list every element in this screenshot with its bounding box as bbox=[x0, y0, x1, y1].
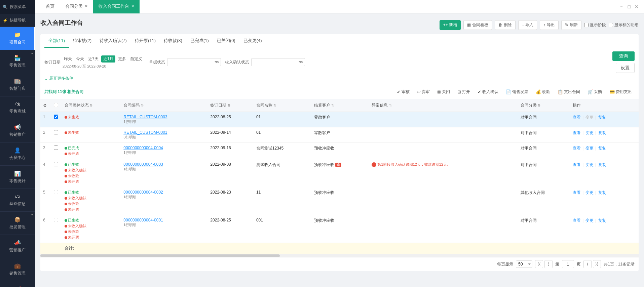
row3-checkbox[interactable] bbox=[51, 143, 62, 159]
sort-date-icon[interactable]: ⇅ bbox=[228, 104, 230, 107]
sidebar-item-smart-store[interactable]: 🏬 智慧门店 bbox=[0, 73, 35, 96]
abandon-review-button[interactable]: ↩ 弃审 bbox=[414, 88, 432, 96]
date-today[interactable]: 今天 bbox=[75, 55, 85, 63]
review-button[interactable]: ✔ 审核 bbox=[394, 88, 412, 96]
row5-change[interactable]: 变更 bbox=[585, 190, 594, 195]
minimize-btn[interactable]: － bbox=[619, 4, 624, 10]
row6-view[interactable]: 查看 bbox=[573, 218, 581, 223]
expense-contract-button[interactable]: 📋 支出合同 bbox=[555, 88, 583, 96]
date-1month[interactable]: 近1月 bbox=[101, 55, 116, 63]
sort-alert-icon[interactable]: ⇅ bbox=[389, 104, 392, 107]
show-stages-check[interactable]: 显示阶段 bbox=[584, 22, 606, 28]
horizontal-scrollbar[interactable] bbox=[40, 254, 639, 257]
maximize-btn[interactable]: □ bbox=[628, 4, 631, 9]
sidebar-item-basic-info[interactable]: 🗂 基础信息 bbox=[0, 189, 35, 212]
row3-copy[interactable]: 复制 bbox=[598, 146, 606, 151]
setting-button[interactable]: 设置 bbox=[616, 63, 635, 73]
row1-view[interactable]: 查看 bbox=[573, 115, 581, 120]
sort-name-icon[interactable]: ⇅ bbox=[273, 104, 276, 107]
row4-copy[interactable]: 复制 bbox=[598, 162, 606, 167]
date-7days[interactable]: 近7天 bbox=[87, 55, 100, 63]
row2-view[interactable]: 查看 bbox=[573, 130, 581, 135]
row1-copy[interactable]: 复制 bbox=[598, 115, 606, 120]
sidebar-item-sales-mgmt[interactable]: 💼 销售管理 bbox=[0, 258, 35, 281]
row4-code-link[interactable]: 0000000000004-0003 bbox=[123, 162, 205, 167]
last-page-button[interactable]: ⟩⟩ bbox=[593, 260, 601, 268]
sidebar-item-xiaochang[interactable]: 🛒 小畅电商 bbox=[0, 281, 35, 287]
show-detail-check[interactable]: 显示标的明细 bbox=[609, 22, 639, 28]
doc-status-select[interactable] bbox=[167, 58, 221, 66]
row2-copy[interactable]: 复制 bbox=[598, 130, 606, 135]
purchase-button[interactable]: 🛒 采购 bbox=[585, 88, 605, 96]
show-detail-checkbox[interactable] bbox=[609, 23, 613, 27]
filter-tab-changed[interactable]: 已变更(4) bbox=[239, 34, 266, 48]
sidebar-item-retail-mall[interactable]: 🛍 零售商城 bbox=[0, 96, 35, 119]
delete-button[interactable]: 🗑 删除 bbox=[495, 20, 516, 30]
sidebar-item-retail-stats[interactable]: 📊 零售统计 bbox=[0, 166, 35, 189]
row5-copy[interactable]: 复制 bbox=[598, 190, 606, 195]
close-contract-button[interactable]: ⊠ 关闭 bbox=[434, 88, 453, 96]
collect-payment-button[interactable]: 💰 收款 bbox=[533, 88, 553, 96]
filter-tab-pending-review[interactable]: 待审核(2) bbox=[69, 34, 96, 48]
row3-view[interactable]: 查看 bbox=[573, 146, 581, 151]
sidebar-item-wholesale[interactable]: 📦 批发管理 ▼ bbox=[0, 212, 35, 235]
close-btn-window[interactable]: ✕ bbox=[635, 4, 639, 9]
contract-board-button[interactable]: ▦ 合同看板 bbox=[463, 20, 492, 30]
settings-icon[interactable]: ⚙ bbox=[43, 103, 47, 108]
date-more[interactable]: 更多 bbox=[117, 55, 127, 63]
filter-tab-closed[interactable]: 已关闭(0) bbox=[213, 34, 239, 48]
row2-checkbox[interactable] bbox=[51, 127, 62, 143]
row1-code-link[interactable]: RETAIL_CUSTOM-0003 bbox=[123, 115, 205, 119]
show-stages-checkbox[interactable] bbox=[584, 23, 589, 27]
row6-change[interactable]: 变更 bbox=[585, 218, 594, 223]
sort-category-icon[interactable]: ⇅ bbox=[538, 104, 540, 107]
income-confirm-select[interactable] bbox=[251, 58, 305, 66]
row6-copy[interactable]: 复制 bbox=[598, 218, 606, 223]
open-contract-button[interactable]: ⊞ 打开 bbox=[455, 88, 473, 96]
sidebar-search[interactable]: 🔍 搜索菜单 bbox=[0, 0, 35, 14]
expense-button[interactable]: 💳 费用支出 bbox=[607, 88, 635, 96]
refresh-button[interactable]: ↻ 刷新 bbox=[561, 20, 581, 30]
row3-change[interactable]: 变更 bbox=[585, 146, 594, 151]
row6-checkbox[interactable] bbox=[51, 215, 62, 243]
row2-code-link[interactable]: RETAIL_CUSTOM-0001 bbox=[123, 130, 205, 135]
new-button[interactable]: + + 新增 bbox=[440, 20, 461, 30]
income-confirm-button[interactable]: ✔ 收入确认 bbox=[475, 88, 501, 96]
sidebar-item-marketing[interactable]: 📢 营销推广 bbox=[0, 119, 35, 142]
sidebar-item-retail-mgmt[interactable]: 🏪 零售管理 ▲ bbox=[0, 50, 35, 73]
date-custom[interactable]: 自定义 bbox=[129, 55, 144, 63]
tab-income-contract-close[interactable]: ✕ bbox=[131, 4, 134, 8]
sidebar-item-member[interactable]: 👤 会员中心 bbox=[0, 142, 35, 166]
filter-tab-pending-confirm[interactable]: 待收入确认(7) bbox=[96, 34, 131, 48]
tab-income-contract[interactable]: 收入合同工作台 ✕ bbox=[93, 0, 140, 13]
scrollbar-thumb[interactable] bbox=[40, 254, 280, 257]
row5-code-link[interactable]: 0000000000004-0002 bbox=[123, 190, 205, 195]
page-size-select[interactable]: 50 20 100 bbox=[516, 260, 532, 268]
sidebar-quick-nav[interactable]: ⚡ 快捷导航 bbox=[0, 14, 35, 27]
filter-tab-pending-invoice[interactable]: 待开票(11) bbox=[131, 34, 160, 48]
first-page-button[interactable]: ⟨⟨ bbox=[535, 260, 543, 268]
row6-code-link[interactable]: 0000000000004-0001 bbox=[123, 218, 205, 222]
next-page-button[interactable]: ⟩ bbox=[583, 260, 592, 268]
row4-checkbox[interactable] bbox=[51, 159, 62, 187]
page-number-input[interactable] bbox=[562, 260, 574, 268]
sidebar-item-project[interactable]: 📁 项目合同 bbox=[0, 27, 35, 50]
tab-contract-category[interactable]: 合同分类 ✕ bbox=[60, 0, 93, 13]
row2-change[interactable]: 变更 bbox=[585, 130, 594, 135]
prev-page-button[interactable]: ⟨ bbox=[544, 260, 553, 268]
row1-checkbox[interactable] bbox=[51, 112, 62, 127]
sort-customer-icon[interactable]: ⇅ bbox=[331, 104, 334, 107]
row3-code-link[interactable]: 0000000000004-0004 bbox=[123, 146, 205, 150]
expand-button[interactable]: ⌄ 展开更多条件 bbox=[44, 76, 635, 81]
sidebar-item-marketing2[interactable]: 📣 营销推广 bbox=[0, 235, 35, 258]
row5-checkbox[interactable] bbox=[51, 187, 62, 215]
row4-view[interactable]: 查看 bbox=[573, 162, 581, 167]
row5-view[interactable]: 查看 bbox=[573, 190, 581, 195]
select-all-checkbox[interactable] bbox=[54, 103, 58, 107]
tab-contract-category-close[interactable]: ✕ bbox=[85, 4, 88, 8]
date-yesterday[interactable]: 昨天 bbox=[63, 55, 73, 63]
filter-tab-pending-payment[interactable]: 待收款(8) bbox=[160, 34, 186, 48]
tab-home[interactable]: 首页 bbox=[40, 0, 60, 13]
export-button[interactable]: ↑ 导出 bbox=[540, 20, 559, 30]
filter-tab-all[interactable]: 全部(11) bbox=[44, 34, 69, 48]
